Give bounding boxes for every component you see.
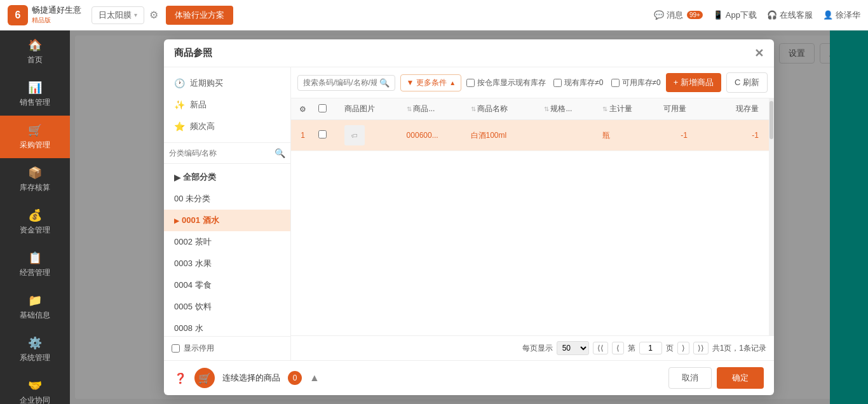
refresh-btn[interactable]: C 刷新: [726, 72, 768, 93]
tab-frequent[interactable]: ⭐ 频次高: [164, 116, 290, 137]
checkbox-available[interactable]: [611, 79, 620, 87]
modal-title: 商品参照: [174, 47, 212, 59]
filter-btn[interactable]: ▼ 更多条件 ▲: [400, 74, 461, 91]
collapse-icon[interactable]: ▲: [309, 372, 320, 384]
sidebar-item-operations[interactable]: 📋 经营管理: [0, 243, 70, 286]
category-tea[interactable]: 0002 茶叶: [164, 231, 290, 253]
cancel-btn[interactable]: 取消: [668, 367, 712, 389]
category-liquor[interactable]: ▶ 0001 酒水: [164, 210, 290, 231]
category-search-input[interactable]: [169, 149, 272, 158]
category-fruit[interactable]: 0003 水果: [164, 253, 290, 274]
sort-icon3: ⇅: [544, 105, 551, 112]
product-modal: 商品参照 ✕ 🕐 近期购买 ✨ 新: [164, 39, 774, 395]
category-list: ▶ 全部分类 00 未分类 ▶ 0001 酒水 0002 茶: [164, 164, 290, 336]
row-spec: [540, 120, 599, 151]
col-checkbox: [315, 98, 341, 120]
col-settings[interactable]: ⚙: [291, 98, 315, 120]
col-spec[interactable]: ⇅ 规格...: [540, 98, 599, 120]
message-btn[interactable]: 💬 消息 99+: [654, 10, 703, 21]
row-stock: -1: [709, 120, 769, 151]
filter-icon: ▼: [406, 78, 414, 87]
gear-icon[interactable]: ⚙: [149, 9, 158, 21]
pagination: 每页显示 50 10 20 100 ⟨⟨ ⟨ 第 页: [291, 335, 774, 360]
top-nav: 6 畅捷通好生意 精品版 日太阳膜 ▾ ⚙ 体验行业方案 💬 消息 99+ 📱 …: [0, 0, 868, 30]
clock-icon: 🕐: [174, 78, 185, 88]
col-code[interactable]: ⇅ 商品...: [403, 98, 467, 120]
sidebar-item-finance[interactable]: 💰 资金管理: [0, 201, 70, 243]
product-table: ⚙ 商品图片: [291, 98, 769, 151]
main-layout: 🏠 首页 📊 销售管理 🛒 采购管理 📦 库存核算 💰 资金管理 📋 经营管理 …: [0, 30, 868, 404]
checkbox-stock[interactable]: [553, 79, 562, 87]
modal-overlay: 商品参照 ✕ 🕐 近期购买 ✨ 新: [70, 30, 868, 404]
search-icon[interactable]: 🔍: [379, 78, 390, 88]
expand-icon: ▶: [174, 173, 180, 182]
sidebar-item-purchase[interactable]: 🛒 采购管理: [0, 116, 70, 158]
continuous-label: 连续选择的商品: [222, 372, 280, 384]
right-panel: 🔍 ▼ 更多条件 ▲ 按仓库显示现有库存: [291, 67, 774, 360]
app-download-btn[interactable]: 📱 App下载: [713, 10, 757, 21]
product-search-input[interactable]: [303, 78, 377, 87]
col-unit[interactable]: ⇅ 主计量: [599, 98, 660, 120]
category-beverages[interactable]: 0005 饮料: [164, 296, 290, 318]
next-page-btn[interactable]: ⟩: [677, 342, 689, 354]
sort-icon: ⇅: [407, 105, 414, 112]
user-menu[interactable]: 👤 徐泽华: [823, 10, 860, 21]
sidebar-item-collab[interactable]: 🤝 企业协同: [0, 371, 70, 404]
scroll-thumb[interactable]: [770, 101, 773, 139]
first-page-btn[interactable]: ⟨⟨: [593, 342, 608, 354]
col-name[interactable]: ⇅ 商品名称: [467, 98, 540, 120]
settings-icon[interactable]: ⚙: [299, 105, 306, 114]
row-checkbox[interactable]: [318, 130, 327, 138]
checkbox-available-label[interactable]: 可用库存≠0: [611, 77, 661, 88]
left-panel-tabs: 🕐 近期购买 ✨ 新品 ⭐ 频次高: [164, 67, 290, 143]
row-name: 白酒100ml: [467, 120, 540, 151]
info-icon: 📁: [28, 293, 42, 307]
category-water[interactable]: 0008 水: [164, 318, 290, 336]
product-search-box: 🔍: [297, 75, 395, 91]
nav-selector[interactable]: 日太阳膜 ▾: [92, 6, 144, 24]
sidebar-item-inventory[interactable]: 📦 库存核算: [0, 158, 70, 201]
tab-new-products[interactable]: ✨ 新品: [164, 94, 290, 116]
sidebar-item-home[interactable]: 🏠 首页: [0, 30, 70, 73]
home-icon: 🏠: [28, 38, 42, 52]
mobile-icon: 📱: [713, 10, 723, 20]
new-product-btn[interactable]: + 新增商品: [666, 73, 721, 92]
confirm-btn[interactable]: 确定: [717, 367, 764, 389]
checkbox-warehouse[interactable]: [466, 79, 475, 87]
select-all-checkbox[interactable]: [318, 104, 327, 112]
page-input[interactable]: [639, 342, 662, 354]
cart-count: 0: [288, 371, 302, 385]
checkbox-warehouse-label[interactable]: 按仓库显示现有库存: [466, 77, 546, 88]
col-available: 可用量: [660, 98, 709, 120]
scrollbar[interactable]: [769, 98, 774, 335]
sort-icon2: ⇅: [471, 105, 478, 112]
help-icon[interactable]: ❓: [174, 372, 187, 384]
sidebar-item-basic-info[interactable]: 📁 基础信息: [0, 286, 70, 328]
category-all[interactable]: ▶ 全部分类: [164, 166, 290, 188]
per-page-select[interactable]: 50 10 20 100: [557, 341, 589, 355]
close-icon[interactable]: ✕: [754, 48, 764, 59]
col-stock: 现存量: [709, 98, 769, 120]
tab-recent-purchase[interactable]: 🕐 近期购买: [164, 72, 290, 94]
prev-page-btn[interactable]: ⟨: [612, 342, 624, 354]
category-uncategorized[interactable]: 00 未分类: [164, 188, 290, 210]
product-table-area: ⚙ 商品图片: [291, 98, 769, 335]
cart-icon[interactable]: 🛒: [194, 368, 215, 388]
sidebar-item-sales[interactable]: 📊 销售管理: [0, 73, 70, 116]
last-page-btn[interactable]: ⟩⟩: [693, 342, 709, 354]
sidebar-item-system[interactable]: ⚙️ 系统管理: [0, 328, 70, 371]
table-row[interactable]: 1 🏷: [291, 120, 769, 151]
row-checkbox-cell: [315, 120, 341, 151]
show-disabled-checkbox[interactable]: [172, 344, 180, 353]
collab-icon: 🤝: [28, 379, 42, 393]
total-info: 共1页，1条记录: [712, 343, 766, 354]
logo-name: 畅捷通好生意: [32, 5, 81, 16]
checkbox-group: 按仓库显示现有库存 现有库存≠0 可用库存≠0: [466, 77, 661, 88]
category-search-icon[interactable]: 🔍: [275, 148, 285, 158]
sidebar: 🏠 首页 📊 销售管理 🛒 采购管理 📦 库存核算 💰 资金管理 📋 经营管理 …: [0, 30, 70, 404]
category-snacks[interactable]: 0004 零食: [164, 274, 290, 296]
product-img: 🏷: [344, 125, 365, 145]
trial-btn[interactable]: 体验行业方案: [166, 6, 233, 25]
checkbox-stock-label[interactable]: 现有库存≠0: [553, 77, 603, 88]
online-service-btn[interactable]: 🎧 在线客服: [767, 10, 813, 21]
